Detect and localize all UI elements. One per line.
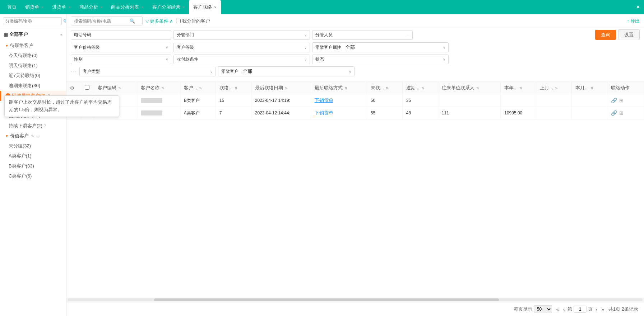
value-group-sort-icon[interactable]: ⊞ [36, 134, 40, 138]
horizontal-scrollbar[interactable] [66, 298, 644, 302]
customer-grade-field[interactable]: 客户等级 ∨ [173, 43, 310, 52]
tab-home[interactable]: 首页 [3, 0, 21, 14]
query-btn[interactable]: 查询 [595, 30, 616, 40]
filter-row-4: ··· 客户类型 ∨ 零散客户 全部 ∨ [71, 66, 640, 76]
grid-icon: ▦ [4, 32, 8, 37]
tab-customer-contact-close[interactable]: × [214, 5, 216, 9]
col-this-year[interactable]: 本年... ⇅ [501, 82, 536, 94]
close-window-btn[interactable]: × [636, 4, 640, 10]
status-label: 状态 [315, 56, 324, 62]
next-page-btn[interactable]: › [594, 306, 598, 312]
gender-field[interactable]: 性别 ∨ [71, 55, 171, 64]
sidebar-item-c-class[interactable]: C类客户(6) [0, 171, 66, 181]
dept-label: 分管部门 [177, 32, 194, 38]
tab-purchase-close[interactable]: × [68, 5, 70, 9]
col-settings[interactable]: ⚙ [66, 82, 81, 94]
payment-field[interactable]: 收付款条件 ∨ [173, 55, 310, 64]
col-action[interactable]: 联络动作 [607, 82, 644, 94]
col-overdue[interactable]: 逾期... ⇅ [402, 82, 438, 94]
tab-customer-segment[interactable]: 客户分层经营 × [148, 0, 189, 14]
cell-last-date-2: 2023-04-12 14:44: [251, 107, 311, 119]
prev-page-btn[interactable]: ‹ [562, 306, 566, 312]
tab-customer-segment-close[interactable]: × [182, 5, 185, 9]
my-customers-checkbox-area: 我分管的客户 [176, 18, 210, 24]
blurred-name-2 [141, 110, 162, 115]
filter-search-input[interactable] [74, 19, 128, 24]
manager-field[interactable]: 分管人员 ··· [312, 30, 413, 40]
sidebar-item-tomorrow[interactable]: 明天待联络(1) [0, 61, 66, 71]
col-check[interactable] [81, 82, 94, 94]
more-conditions-btn[interactable]: ▽ 更多条件 ∧ [145, 18, 173, 24]
cell-action-1: 🔗 ⊞ [607, 94, 644, 107]
per-page-select[interactable]: 50 20 100 200 [534, 305, 552, 313]
value-group-header[interactable]: ▼ 价值客户 ✎ ⊞ [0, 131, 66, 141]
status-field[interactable]: 状态 ∨ [312, 55, 449, 64]
customer-type-field[interactable]: 客户类型 ∨ [79, 67, 216, 76]
my-customers-checkbox[interactable] [176, 19, 181, 23]
col-last-month-sort-icon: ⇅ [555, 86, 558, 90]
col-contact[interactable]: 联络... ⇅ [216, 82, 251, 94]
table-area: ⚙ 客户编码 ⇅ 客户名称 ⇅ [66, 82, 644, 298]
tab-purchase[interactable]: 进货单 × [48, 0, 75, 14]
sidebar-item-overdue[interactable]: 逾期未联络(30) [0, 81, 66, 91]
page-size-area: 每页显示 50 20 100 200 [514, 305, 552, 313]
tab-analysis[interactable]: 商品分析 × [75, 0, 107, 14]
col-type[interactable]: 客户... ⇅ [180, 82, 216, 94]
sidebar-item-today[interactable]: 今天待联络(0) [0, 51, 66, 61]
scrollbar-thumb[interactable] [154, 298, 499, 301]
sidebar-item-ungroup[interactable]: 未分组(32) [0, 141, 66, 151]
tab-analysis-list-close[interactable]: × [141, 5, 143, 9]
sidebar-item-b-class[interactable]: B类客户(33) [0, 161, 66, 171]
col-code[interactable]: 客户编码 ⇅ [94, 82, 137, 94]
table-settings-icon[interactable]: ⚙ [70, 85, 74, 91]
value-group-edit-icon[interactable]: ✎ [31, 134, 34, 138]
cell-last-method-2[interactable]: 下销货单 [311, 107, 367, 119]
gender-label: 性别 [74, 56, 83, 62]
sidebar-search-icon[interactable]: 🔍 [63, 19, 66, 24]
pending-group-header[interactable]: ▼ 待联络客户 [0, 41, 66, 51]
current-page-input[interactable] [574, 306, 587, 313]
col-last-month[interactable]: 上月... ⇅ [536, 82, 572, 94]
tab-analysis-list[interactable]: 商品分析列表 × [107, 0, 148, 14]
sidebar-item-declining[interactable]: 持续下滑客户(2) ? [0, 121, 66, 131]
tab-sales[interactable]: 销货单 × [21, 0, 48, 14]
row-2-link-icon[interactable]: 🔗 [611, 110, 617, 116]
col-name[interactable]: 客户名称 ⇅ [137, 82, 180, 94]
row-1-grid-icon[interactable]: ⊞ [619, 98, 624, 103]
export-btn[interactable]: ↑ 导出 [627, 18, 640, 24]
filter-row-1: 电话号码 分管部门 ∨ 分管人员 ··· 查询 设置 [71, 29, 640, 40]
col-unit-contact[interactable]: 往来单位联系人 ⇅ [438, 82, 500, 94]
first-page-btn[interactable]: « [555, 306, 560, 312]
collapse-sidebar-btn[interactable]: « [60, 32, 62, 37]
select-all-checkbox[interactable] [85, 85, 89, 90]
sidebar-item-7days[interactable]: 近7天待联络(0) [0, 71, 66, 81]
retail-customer-field[interactable]: 零散客户 全部 ∨ [218, 66, 355, 76]
all-customers-header[interactable]: ▦ 全部客户 « [0, 28, 66, 41]
retail-attr-value: 全部 [346, 44, 355, 51]
filter-dots[interactable]: ··· [71, 69, 77, 74]
tab-customer-contact[interactable]: 客户联络 × [189, 0, 221, 14]
settings-btn[interactable]: 设置 [618, 29, 640, 40]
value-triangle-icon: ▼ [5, 134, 9, 138]
col-this-month[interactable]: 本月... ⇅ [572, 82, 607, 94]
filter-search-icon[interactable]: 🔍 [129, 18, 135, 24]
retail-attr-field[interactable]: 零散客户属性 全部 ∨ [312, 42, 449, 52]
cell-overdue-1: 35 [402, 94, 438, 107]
dept-field[interactable]: 分管部门 ∨ [173, 30, 310, 40]
cell-last-method-1[interactable]: 下销货单 [311, 94, 367, 107]
tab-sales-close[interactable]: × [41, 5, 43, 9]
phone-field[interactable]: 电话号码 [71, 30, 171, 40]
col-uncontacted[interactable]: 未联... ⇅ [367, 82, 402, 94]
tab-analysis-close[interactable]: × [100, 5, 102, 9]
last-page-btn[interactable]: » [600, 306, 606, 312]
col-last-method[interactable]: 最后联络方式 ⇅ [311, 82, 367, 94]
sidebar-search-input[interactable] [3, 17, 62, 25]
price-grade-field[interactable]: 客户价格等级 ∨ [71, 43, 171, 52]
sidebar-item-a-class[interactable]: A类客户(1) [0, 151, 66, 161]
row-1-link-icon[interactable]: 🔗 [611, 98, 617, 103]
row-2-grid-icon[interactable]: ⊞ [619, 110, 624, 116]
status-arrow-icon: ∨ [443, 57, 445, 61]
payment-label: 收付款条件 [177, 56, 198, 62]
col-last-date[interactable]: 最后联络日期 ⇅ [251, 82, 311, 94]
customer-grade-arrow-icon: ∨ [304, 46, 307, 49]
